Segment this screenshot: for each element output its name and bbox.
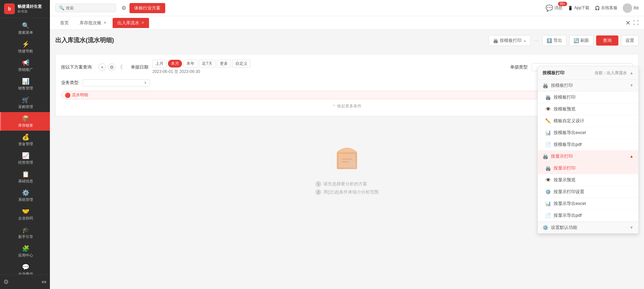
- industry-btn[interactable]: 体验行业方案: [129, 3, 165, 13]
- gear-icon[interactable]: ⚙: [121, 5, 126, 11]
- display-print-header[interactable]: 🖨️ 按显示打印 ▲: [538, 151, 638, 162]
- topbar-search[interactable]: 🔍: [55, 4, 116, 12]
- display-settings-item[interactable]: ⚙️ 按显示打印设置: [538, 186, 638, 198]
- system-icon: ⚙️: [22, 189, 29, 196]
- print-dropdown-panel: 按模板打印 当前：出入库流水 ▲ 🖨️ 按模板打印 ▼ 🖨️: [537, 66, 639, 234]
- tabs-bar: 首页库存批次账✕出入库流水✕ ✕ ⛶: [50, 16, 644, 30]
- filter-settings-btn[interactable]: ⚙: [108, 63, 115, 71]
- svg-rect-1: [339, 154, 355, 167]
- empty-illustration: [330, 140, 364, 174]
- finance-label: 资金管理: [18, 141, 33, 147]
- topbar: 🔍 ⚙ 体验行业方案 💬 消息 99+ 📱 App下载 🎧 在线客服 R: [50, 0, 644, 16]
- template-excel-icon: 📊: [545, 130, 551, 135]
- date-btn-本年[interactable]: 本年: [183, 60, 198, 68]
- display-print-item-label: 按显示打印: [554, 165, 576, 171]
- search-input[interactable]: [66, 6, 110, 10]
- cooperation-icon: 🤝: [22, 208, 29, 215]
- filter-add-btn[interactable]: +: [98, 63, 106, 71]
- current-label: 当前：出入库流水: [594, 70, 627, 76]
- sidebar-nav: 🔍 搜索菜单 ⚡ 快捷导航 📢 营销推广 📊 销售管理 🛒 采购管理 📦 库存核…: [0, 18, 50, 274]
- sidebar-item-purchase[interactable]: 🛒 采购管理: [0, 94, 50, 112]
- search-icon: 🔍: [22, 22, 29, 29]
- customer-service-btn[interactable]: 🎧 在线客服: [595, 5, 617, 11]
- template-excel-label: 按模板导出excel: [554, 130, 586, 136]
- base-icon: 📋: [22, 170, 29, 178]
- export-btn[interactable]: ⬆️ 导出: [542, 35, 566, 46]
- close-tab-icon[interactable]: ✕: [625, 19, 631, 27]
- tab-label-home: 首页: [60, 20, 69, 26]
- sidebar-item-finance[interactable]: 💰 资金管理: [0, 131, 50, 149]
- sidebar-item-base[interactable]: 📋 基础信息: [0, 168, 50, 186]
- business-type-input[interactable]: ▼: [83, 79, 150, 86]
- tab-batch-account[interactable]: 库存批次账✕: [75, 18, 111, 28]
- query-btn[interactable]: 查询: [596, 35, 618, 46]
- expand-icon[interactable]: ⛶: [633, 20, 639, 26]
- mobile-icon: 📱: [568, 6, 573, 10]
- message-btn[interactable]: 💬 消息 99+: [546, 4, 562, 12]
- sidebar-item-app-center[interactable]: 🧩 应用中心: [0, 242, 50, 261]
- sidebar-item-enterprise-wechat[interactable]: 💬 企业微信: [0, 261, 50, 274]
- template-excel-item[interactable]: 📊 按模板导出excel: [538, 127, 638, 139]
- display-print-section: 🖨️ 按显示打印 ▲ 🖨️ 按显示打印 👁️ 按显示预览 ⚙️ 按显示打印设置: [538, 151, 638, 221]
- display-pdf-item[interactable]: 📄 按显示导出pdf: [538, 210, 638, 221]
- display-preview-item[interactable]: 👁️ 按显示预览: [538, 174, 638, 186]
- newbie-label: 新手引导: [18, 234, 33, 239]
- more-options-icon[interactable]: ···: [533, 38, 539, 43]
- app-download-btn[interactable]: 📱 App下载: [568, 5, 589, 11]
- sidebar-item-search[interactable]: 🔍 搜索菜单: [0, 19, 50, 38]
- operation-label: 经营管理: [18, 160, 33, 165]
- template-print-header[interactable]: 🖨️ 按模板打印 ▼: [538, 80, 638, 91]
- sales-icon: 📊: [22, 78, 29, 85]
- date-btn-近7天[interactable]: 近7天: [199, 60, 215, 68]
- user-menu[interactable]: Rit: [623, 3, 639, 13]
- sidebar-item-sales[interactable]: 📊 销售管理: [0, 75, 50, 94]
- template-print-item[interactable]: 🖨️ 按模板打印: [538, 91, 638, 103]
- print-dropdown-arrow[interactable]: ▲: [523, 39, 526, 43]
- sidebar-item-operation[interactable]: 📈 经营管理: [0, 149, 50, 168]
- template-custom-item[interactable]: ✏️ 模板自定义设计: [538, 115, 638, 127]
- date-buttons: 上月本月本年近7天更多自定义: [152, 60, 251, 68]
- search-icon: 🔍: [59, 5, 64, 10]
- collapse-btn[interactable]: ⌃ 收起更多条件: [332, 103, 361, 109]
- display-print-label: 按显示打印: [551, 153, 573, 159]
- sidebar-item-cooperation[interactable]: 🤝 企业协同: [0, 205, 50, 224]
- display-print-item[interactable]: 🖨️ 按显示打印: [538, 162, 638, 174]
- tab-close-flow[interactable]: ✕: [141, 21, 144, 25]
- display-settings-icon: ⚙️: [545, 189, 551, 194]
- headset-icon: 🎧: [595, 6, 600, 10]
- date-btn-更多[interactable]: 更多: [217, 60, 231, 68]
- date-label: 单据日期: [131, 64, 148, 70]
- sidebar-item-quick-nav[interactable]: ⚡ 快捷导航: [0, 38, 50, 56]
- tab-home[interactable]: 首页: [55, 18, 74, 28]
- template-preview-icon: 👁️: [545, 106, 551, 112]
- tab-close-batch-account[interactable]: ✕: [104, 21, 107, 25]
- sidebar-item-system[interactable]: ⚙️ 系统管理: [0, 186, 50, 205]
- template-print-item-label: 按模板打印: [554, 94, 576, 100]
- date-btn-自定义[interactable]: 自定义: [232, 60, 251, 68]
- date-btn-本月[interactable]: 本月: [168, 60, 182, 68]
- template-pdf-icon: 📄: [545, 142, 551, 147]
- message-icon: 💬: [546, 4, 553, 12]
- sidebar-item-inventory[interactable]: 📦 库存核算: [0, 112, 50, 131]
- date-btn-上月[interactable]: 上月: [152, 60, 167, 68]
- template-print-item-icon: 🖨️: [545, 95, 551, 100]
- template-print-section: 🖨️ 按模板打印 ▼ 🖨️ 按模板打印 👁️ 按模板预览 ✏️ 模板自定义设计: [538, 80, 638, 151]
- print-btn[interactable]: 🖨️ 按模板打印 ▲: [489, 35, 531, 46]
- dropdown-footer[interactable]: ⚙️ 设置默认功能 ▼: [538, 221, 638, 233]
- settings-btn[interactable]: 设置: [621, 35, 639, 46]
- sidebar-item-marketing[interactable]: 📢 营销推广: [0, 56, 50, 75]
- display-excel-item[interactable]: 📊 按显示导出excel: [538, 198, 638, 210]
- display-print-item-icon: 🖨️: [545, 165, 551, 171]
- template-pdf-item[interactable]: 📄 按模板导出pdf: [538, 139, 638, 151]
- inventory-icon: 📦: [22, 115, 29, 122]
- display-settings-label: 按显示打印设置: [554, 189, 584, 195]
- filter-collapse-icon[interactable]: 《: [117, 64, 123, 71]
- collapse-sidebar-icon[interactable]: ⇔: [41, 278, 47, 286]
- template-preview-item[interactable]: 👁️ 按模板预览: [538, 103, 638, 115]
- refresh-btn[interactable]: 🔄 刷新: [569, 35, 593, 46]
- dropdown-up-arrow[interactable]: ▲: [630, 71, 634, 75]
- content-area: 出入库流水(流水明细) 🖨️ 按模板打印 ▲ ··· ⬆️ 导出 🔄 刷新 查询…: [50, 30, 644, 289]
- settings-icon[interactable]: ⚙: [3, 278, 9, 286]
- tab-flow[interactable]: 出入库流水✕: [113, 18, 149, 28]
- sidebar-item-newbie[interactable]: 🎓 新手引导: [0, 224, 50, 242]
